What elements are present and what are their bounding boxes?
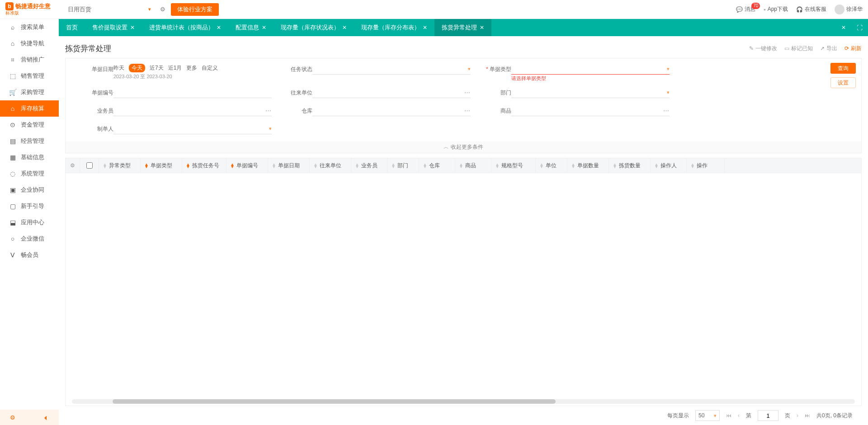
- date-1m[interactable]: 近1月: [168, 64, 182, 72]
- message-icon: 💬: [736, 6, 743, 13]
- column-header[interactable]: ▲▼部门: [387, 158, 419, 173]
- sidebar-item-13[interactable]: ○企业微信: [0, 231, 59, 247]
- close-icon[interactable]: ✕: [262, 24, 266, 31]
- column-header[interactable]: ▲▼拣货任务号: [182, 158, 226, 173]
- collapse-icon[interactable]: ⏴: [43, 414, 49, 421]
- input-bill-type[interactable]: ▾ 请选择单据类型: [511, 64, 670, 75]
- horizontal-scrollbar[interactable]: [72, 399, 855, 404]
- support-link[interactable]: 🎧 在线客服: [796, 5, 826, 13]
- close-icon[interactable]: ✕: [342, 24, 347, 31]
- input-dept[interactable]: ▾: [511, 87, 670, 98]
- mark-read-action[interactable]: ▭标记已知: [784, 45, 813, 52]
- column-header[interactable]: ▲▼拣货数量: [609, 158, 651, 173]
- input-maker[interactable]: ▾: [113, 123, 272, 134]
- sidebar-item-11[interactable]: ▢新手引导: [0, 198, 59, 214]
- sort-icon: ▲▼: [654, 163, 659, 168]
- input-bill-no[interactable]: [113, 87, 272, 98]
- tab-6[interactable]: 拣货异常处理✕: [434, 19, 491, 36]
- tabs-close-all[interactable]: ✕: [836, 19, 851, 36]
- column-header[interactable]: ▲▼单据日期: [268, 158, 310, 173]
- scrollbar-thumb[interactable]: [113, 399, 556, 404]
- sidebar-item-1[interactable]: ⌂快捷导航: [0, 35, 59, 52]
- sort-icon: ▲▼: [186, 163, 190, 168]
- sidebar-item-7[interactable]: ▤经营管理: [0, 133, 59, 149]
- sidebar-item-4[interactable]: 🛒采购管理: [0, 84, 59, 100]
- page-input[interactable]: [758, 410, 778, 421]
- page-next-icon[interactable]: ›: [797, 412, 798, 419]
- messages-link[interactable]: 💬 消息 70: [736, 5, 755, 13]
- column-header[interactable]: ▲▼异常类型: [99, 158, 141, 173]
- filter-settings-button[interactable]: 设置: [830, 77, 856, 88]
- tab-0[interactable]: 首页: [59, 19, 85, 36]
- date-yesterday[interactable]: 昨天: [113, 64, 124, 72]
- sidebar-item-3[interactable]: ⬚销售管理: [0, 68, 59, 84]
- sidebar-item-2[interactable]: ⌗营销推广: [0, 52, 59, 68]
- input-sales[interactable]: ⋯: [113, 105, 272, 116]
- sidebar-item-6[interactable]: ⊙资金管理: [0, 117, 59, 133]
- column-header[interactable]: ▲▼单位: [536, 158, 567, 173]
- lookup-icon[interactable]: ⋯: [464, 89, 471, 96]
- close-icon[interactable]: ✕: [423, 24, 427, 31]
- tabs-expand[interactable]: ⛶: [851, 19, 868, 36]
- industry-selector[interactable]: 日用百货 ▾: [64, 3, 155, 16]
- input-warehouse[interactable]: ⋯: [312, 105, 471, 116]
- sidebar-item-14[interactable]: Ⅴ畅会员: [0, 247, 59, 263]
- tab-3[interactable]: 配置信息✕: [228, 19, 274, 36]
- date-more[interactable]: 更多: [186, 64, 197, 72]
- input-partner[interactable]: ⋯: [312, 87, 471, 98]
- sidebar-icon: ⊙: [9, 121, 16, 128]
- sidebar-item-0[interactable]: ⌕搜索菜单: [0, 19, 59, 35]
- refresh-action[interactable]: ⟳刷新: [844, 45, 862, 52]
- column-header[interactable]: ▲▼操作: [687, 158, 725, 173]
- close-icon[interactable]: ✕: [217, 24, 221, 31]
- page-prev-icon[interactable]: ‹: [738, 412, 740, 419]
- date-7d[interactable]: 近7天: [150, 64, 164, 72]
- label-maker: 制单人: [75, 123, 113, 133]
- select-all[interactable]: [80, 158, 99, 173]
- date-today[interactable]: 今天: [129, 64, 145, 72]
- tab-1[interactable]: 售价提取设置✕: [85, 19, 142, 36]
- sidebar-item-10[interactable]: ▣企业协同: [0, 182, 59, 198]
- close-icon[interactable]: ✕: [480, 24, 484, 31]
- column-header[interactable]: ▲▼规格型号: [491, 158, 536, 173]
- column-header[interactable]: ▲▼操作人: [651, 158, 687, 173]
- user-menu[interactable]: 徐泽华: [835, 5, 863, 14]
- input-goods[interactable]: ⋯: [511, 105, 670, 116]
- close-icon[interactable]: ✕: [130, 24, 135, 31]
- sidebar-item-12[interactable]: ⬓应用中心: [0, 214, 59, 231]
- date-custom[interactable]: 自定义: [202, 64, 218, 72]
- column-header[interactable]: ▲▼单据编号: [226, 158, 268, 173]
- sidebar-item-9[interactable]: ◌系统管理: [0, 165, 59, 182]
- settings-icon[interactable]: ⚙: [160, 6, 165, 13]
- select-all-checkbox[interactable]: [86, 162, 93, 169]
- column-header[interactable]: ▲▼往来单位: [310, 158, 351, 173]
- tab-4[interactable]: 现存量（库存状况表）✕: [274, 19, 354, 36]
- column-header[interactable]: ▲▼仓库: [419, 158, 455, 173]
- per-page-select[interactable]: 50▾: [695, 410, 720, 421]
- column-header[interactable]: ▲▼单据数量: [567, 158, 609, 173]
- column-label: 规格型号: [501, 162, 523, 170]
- close-icon: ✕: [841, 24, 846, 31]
- gear-icon[interactable]: ⚙: [10, 414, 15, 421]
- input-task-status[interactable]: ▾: [312, 64, 471, 75]
- sidebar-item-8[interactable]: ▦基础信息: [0, 149, 59, 165]
- column-header[interactable]: ▲▼业务员: [351, 158, 387, 173]
- tab-5[interactable]: 现存量（库存分布表）✕: [354, 19, 434, 36]
- lookup-icon[interactable]: ⋯: [265, 107, 272, 114]
- column-header[interactable]: ▲▼商品: [455, 158, 491, 173]
- query-button[interactable]: 查询: [830, 63, 856, 74]
- sort-icon: ▲▼: [391, 163, 396, 168]
- batch-edit-action[interactable]: ✎一键修改: [749, 45, 777, 52]
- experience-button[interactable]: 体验行业方案: [171, 3, 219, 16]
- lookup-icon[interactable]: ⋯: [663, 107, 670, 114]
- column-header[interactable]: ▲▼单据类型: [141, 158, 182, 173]
- page-last-icon[interactable]: ⏭: [805, 412, 810, 419]
- export-action[interactable]: ↗导出: [820, 45, 837, 52]
- page-first-icon[interactable]: ⏮: [726, 412, 731, 419]
- collapse-filters[interactable]: ︿ 收起更多条件: [66, 142, 861, 153]
- app-download-link[interactable]: ▫ App下载: [764, 5, 788, 13]
- column-settings[interactable]: ⚙: [66, 158, 80, 173]
- tab-2[interactable]: 进货单统计表（按商品）✕: [142, 19, 228, 36]
- lookup-icon[interactable]: ⋯: [464, 107, 471, 114]
- sidebar-item-5[interactable]: ⌂库存核算: [0, 100, 59, 117]
